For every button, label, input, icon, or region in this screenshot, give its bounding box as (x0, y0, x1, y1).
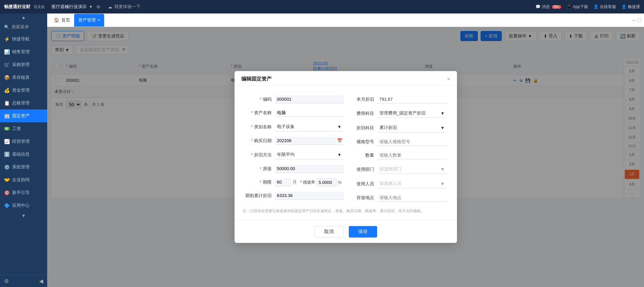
calendar-icon[interactable]: 📅 (336, 138, 344, 143)
sidebar: ▲ 🔍 搜索菜单 ⚡ 快捷导航 📊 销售管理 🛒 采购管理 📦 库存核算 (0, 13, 47, 287)
app-download-btn[interactable]: 📱 App下载 (566, 4, 588, 10)
form-row-name: 资产名称 (245, 106, 344, 120)
tab-home[interactable]: 🏠 首页 (50, 14, 74, 27)
chevron-down-icon: ▼ (337, 124, 342, 129)
code-label: 编码 (245, 96, 275, 102)
monthly-dep-input (377, 95, 447, 103)
dep-method-select[interactable]: 年限平均 ▼ (275, 150, 344, 159)
tab-bar: 🏠 首页 资产管理 × ─ □ (47, 13, 644, 27)
cancel-button[interactable]: 取消 (314, 226, 343, 237)
page-content: 📄 资产明细 📝 变更生成凭证 刷账 + 新增 (47, 27, 644, 287)
user-avatar[interactable]: 👤 畅捷通 (621, 4, 640, 10)
form-row-monthly-dep: 本月折旧 (350, 93, 447, 106)
period-label: 期限 (245, 179, 275, 185)
code-input[interactable] (275, 95, 344, 103)
sidebar-item-inventory[interactable]: 📦 库存核算 (0, 71, 47, 84)
form-row-initial-dep: 期初累计折旧 (245, 189, 344, 202)
online-service-btn[interactable]: 👤 在线客服 (593, 4, 616, 10)
salary-icon: 💵 (4, 126, 9, 131)
location-input[interactable] (377, 194, 447, 202)
modal-note: 注：已经存在变更记录或者对应固定资产已经生成凭证，原值、购买日期、残值率、累计折… (241, 209, 450, 214)
personnel-select[interactable]: 请选择人员 ▼ (377, 179, 447, 188)
original-value-input[interactable] (275, 165, 344, 173)
form-row-purchase-date: 购买日期 📅 (245, 134, 344, 148)
form-row-dep-account: 折旧科目 累计折旧 ▼ (350, 121, 447, 135)
chevron-down-icon[interactable]: ▼ (89, 4, 93, 9)
sidebar-item-guide[interactable]: 🎯 新手引导 (0, 186, 47, 199)
sidebar-item-fixed-assets[interactable]: 🏢 固定资产 (0, 109, 47, 122)
window-minimize-icon[interactable]: ─ (632, 17, 636, 23)
spec-input[interactable] (377, 138, 447, 146)
modal-close-icon[interactable]: × (447, 76, 450, 82)
name-input[interactable] (275, 109, 344, 117)
sidebar-item-sales[interactable]: 📊 销售管理 (0, 45, 47, 58)
quantity-input[interactable] (377, 151, 447, 159)
dep-account-select[interactable]: 累计折旧 ▼ (377, 123, 447, 132)
app-container: 畅捷通好业财 普及版 医疗器械行业演示 ▼ ⚙ ☁ 我要体验一下 💬 消息 99… (0, 0, 644, 287)
tab-close-icon[interactable]: × (98, 18, 100, 23)
main-area: ▲ 🔍 搜索菜单 ⚡ 快捷导航 📊 销售管理 🛒 采购管理 📦 库存核算 (0, 13, 644, 287)
initial-dep-label: 期初累计折旧 (245, 193, 275, 199)
top-bar: 畅捷通好业财 普及版 医疗器械行业演示 ▼ ⚙ ☁ 我要体验一下 💬 消息 99… (0, 0, 644, 13)
quick-nav-icon: ⚡ (4, 36, 9, 42)
form-row-dep-method: 折旧方法 年限平均 ▼ (245, 148, 344, 162)
period-input[interactable] (275, 178, 291, 186)
download-icon: 📱 (566, 4, 572, 9)
app-center-icon: 🔷 (4, 203, 9, 208)
category-select[interactable]: 电子设备 ▼ (275, 122, 344, 131)
department-label: 使用部门 (350, 166, 377, 172)
form-row-quantity: 数量 (350, 149, 447, 162)
sidebar-item-operations[interactable]: 📈 经营管理 (0, 135, 47, 148)
sidebar-item-system[interactable]: ⚙️ 系统管理 (0, 161, 47, 173)
system-icon: ⚙️ (4, 164, 9, 170)
company-name: 医疗器械行业演示 (52, 4, 87, 10)
ledger-icon: 📋 (4, 100, 9, 106)
monthly-dep-label: 本月折旧 (350, 96, 377, 102)
sidebar-scroll-up[interactable]: ▲ (0, 13, 47, 21)
sidebar-item-enterprise[interactable]: 🤝 企业协同 (0, 173, 47, 186)
sidebar-item-quick-nav[interactable]: ⚡ 快捷导航 (0, 33, 47, 45)
modal-overlay: 编辑固定资产 × 编码 (47, 27, 644, 287)
sidebar-item-app-center[interactable]: 🔷 应用中心 (0, 199, 47, 212)
purchase-icon: 🛒 (4, 62, 9, 67)
expense-account-select[interactable]: 管理费用_固定资产折旧 ▼ (377, 109, 447, 118)
finance-icon: 💰 (4, 88, 9, 93)
form-left-col: 编码 资产名称 (241, 93, 347, 204)
message-btn[interactable]: 💬 消息 99+ (535, 4, 561, 10)
message-badge: 99+ (552, 5, 561, 9)
experience-btn[interactable]: 我要体验一下 (114, 4, 141, 10)
settings-icon[interactable]: ⚙ (96, 4, 100, 9)
period-unit: 月 (293, 179, 297, 185)
message-icon: 💬 (535, 4, 541, 9)
sidebar-item-basic-info[interactable]: ℹ️ 基础信息 (0, 148, 47, 161)
tab-asset-management[interactable]: 资产管理 × (74, 14, 104, 27)
sidebar-scroll-down[interactable]: ▼ (0, 212, 47, 220)
sidebar-search[interactable]: 🔍 搜索菜单 (0, 21, 47, 33)
residual-rate-label: * 残值率 (300, 180, 315, 185)
modal-header: 编辑固定资产 × (235, 71, 457, 86)
sidebar-item-salary[interactable]: 💵 工资 (0, 122, 47, 135)
purchase-date-input[interactable] (275, 137, 336, 145)
chevron-down-icon: ▼ (440, 125, 445, 130)
fixed-assets-icon: 🏢 (4, 113, 9, 119)
form-row-expense-account: 费用科目 管理费用_固定资产折旧 ▼ (350, 106, 447, 121)
spec-label: 规格型号 (350, 139, 377, 145)
form-row-original-value: 原值 (245, 162, 344, 176)
save-button[interactable]: 保存 (349, 226, 377, 237)
initial-dep-input[interactable] (275, 192, 344, 200)
chevron-down-icon: ▼ (440, 167, 445, 172)
sidebar-bottom: ⚙ ◀ (0, 275, 47, 287)
basic-info-icon: ℹ️ (4, 152, 9, 157)
window-maximize-icon[interactable]: □ (638, 17, 641, 23)
sidebar-item-purchase[interactable]: 🛒 采购管理 (0, 58, 47, 71)
modal-title: 编辑固定资产 (241, 76, 272, 82)
residual-rate-input[interactable] (316, 179, 337, 186)
inventory-icon: 📦 (4, 75, 9, 80)
sidebar-collapse-icon[interactable]: ◀ (39, 278, 43, 284)
department-select[interactable]: 请选择部门 ▼ (377, 165, 447, 174)
home-icon: 🏠 (54, 18, 59, 23)
sidebar-settings-icon[interactable]: ⚙ (4, 278, 9, 284)
name-label: 资产名称 (245, 110, 275, 116)
sidebar-item-ledger[interactable]: 📋 总账管理 (0, 97, 47, 109)
sidebar-item-finance[interactable]: 💰 资金管理 (0, 84, 47, 97)
